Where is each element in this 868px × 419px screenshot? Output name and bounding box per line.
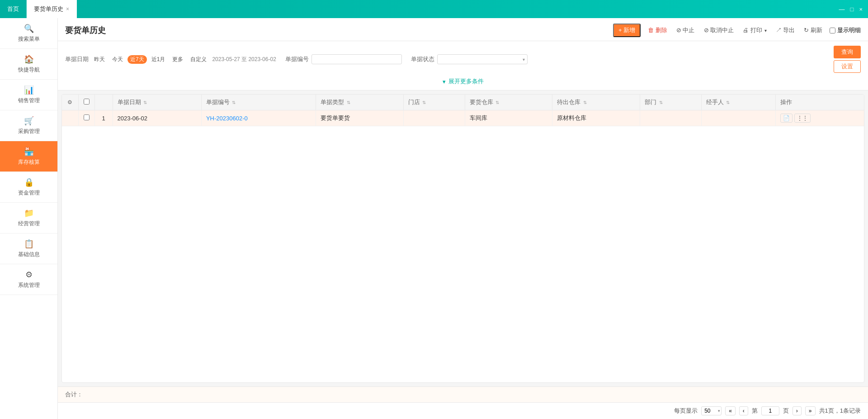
col-req-warehouse[interactable]: 要货仓库 ⇅ (465, 95, 552, 110)
stop-button[interactable]: ⊘ 中止 (675, 25, 697, 35)
col-doc-no[interactable]: 单据编号 ⇅ (201, 95, 316, 110)
sidebar-item-operation[interactable]: 📁 经营管理 (0, 203, 57, 233)
sort-icon-doc-type: ⇅ (347, 100, 350, 105)
close-btn[interactable]: × (859, 6, 863, 13)
sidebar-item-search[interactable]: 🔍 搜索菜单 (0, 18, 57, 49)
sort-icon-doc-no: ⇅ (232, 100, 236, 105)
table-header-row: ⚙ 单据日期 ⇅ 单据编号 ⇅ (62, 95, 864, 110)
next-page-btn[interactable]: › (793, 406, 802, 415)
maximize-btn[interactable]: □ (850, 6, 854, 13)
display-detail-checkbox[interactable]: 显示明细 (830, 26, 861, 34)
date-btn-last7[interactable]: 近7天 (127, 55, 147, 64)
sort-icon-pending-warehouse: ⇅ (583, 100, 587, 105)
per-page-select[interactable]: 20 50 100 (701, 406, 722, 415)
status-label: 单据状态 (411, 55, 434, 63)
date-btn-last-month[interactable]: 近1月 (149, 55, 168, 64)
doc-no-filter: 单据编号 (285, 54, 402, 64)
sidebar-item-base[interactable]: 📋 基础信息 (0, 233, 57, 264)
status-select[interactable] (437, 54, 528, 64)
col-handler[interactable]: 经手人 ⇅ (701, 95, 776, 110)
filter-row: 单据日期 昨天 今天 近7天 近1月 更多 自定义 2023-05-27 至 2… (65, 46, 861, 73)
tab-close-icon[interactable]: × (66, 6, 69, 12)
sidebar-item-inventory[interactable]: 🏪 库存核算 (0, 141, 57, 172)
data-table: ⚙ 单据日期 ⇅ 单据编号 ⇅ (62, 95, 864, 126)
sidebar-item-finance[interactable]: 🔒 资金管理 (0, 172, 57, 203)
display-detail-input[interactable] (830, 28, 835, 33)
toolbar: + 新增 🗑 删除 ⊘ 中止 ⊘ 取消中止 🖨 打印 ↗ 导出 (613, 24, 861, 37)
col-action: 操作 (776, 95, 864, 110)
row-doc-type-cell: 要货单要货 (316, 110, 404, 126)
page-input[interactable] (761, 406, 779, 415)
sort-icon-department: ⇅ (659, 100, 663, 105)
tab-yaohuodan[interactable]: 要货单历史 × (27, 0, 77, 18)
expand-more-btn[interactable]: ▾ 展开更多条件 (443, 77, 484, 86)
col-doc-date[interactable]: 单据日期 ⇅ (113, 95, 201, 110)
row-checkbox[interactable] (84, 114, 90, 120)
cancel-stop-button[interactable]: ⊘ 取消中止 (702, 25, 736, 35)
row-more-button[interactable]: ⋮⋮ (794, 114, 811, 123)
expand-icon: ▾ (443, 78, 446, 85)
row-doc-date-cell: 2023-06-02 (113, 110, 201, 126)
filter-action-buttons: 查询 设置 (834, 46, 861, 73)
col-settings[interactable]: ⚙ (62, 95, 78, 110)
row-req-warehouse-cell: 车间库 (465, 110, 552, 126)
date-btn-more[interactable]: 更多 (170, 55, 186, 64)
col-pending-warehouse[interactable]: 待出仓库 ⇅ (552, 95, 640, 110)
export-button[interactable]: ↗ 导出 (774, 25, 797, 35)
minimize-btn[interactable]: — (839, 6, 845, 13)
page-suffix: 页 (783, 407, 789, 415)
row-doc-no-cell: YH-20230602-0 (201, 110, 316, 126)
row-num-cell: 1 (94, 110, 113, 126)
doc-no-label: 单据编号 (285, 55, 309, 63)
col-doc-type[interactable]: 单据类型 ⇅ (316, 95, 404, 110)
date-filter-label: 单据日期 (65, 55, 89, 63)
query-button[interactable]: 查询 (834, 46, 861, 58)
tab-home[interactable]: 首页 (0, 0, 27, 18)
tab-home-label: 首页 (7, 5, 19, 13)
filter-settings-button[interactable]: 设置 (834, 60, 861, 73)
base-icon: 📋 (24, 239, 34, 249)
sidebar-item-shortcut[interactable]: 🏠 快捷导航 (0, 49, 57, 80)
sidebar: 🔍 搜索菜单 🏠 快捷导航 📊 销售管理 🛒 采购管理 🏪 库存核算 🔒 资金管… (0, 18, 58, 419)
status-filter: 单据状态 ▾ (411, 54, 528, 64)
sidebar-label-base: 基础信息 (18, 251, 40, 258)
sidebar-item-system[interactable]: ⚙ 系统管理 (0, 264, 57, 295)
date-filter: 单据日期 昨天 今天 近7天 近1月 更多 自定义 2023-05-27 至 2… (65, 55, 276, 64)
doc-no-input[interactable] (311, 54, 402, 64)
date-buttons: 昨天 今天 近7天 近1月 更多 自定义 (91, 55, 209, 64)
print-button[interactable]: 🖨 打印 (741, 25, 769, 35)
status-select-wrapper: ▾ (437, 54, 528, 64)
sidebar-label-operation: 经营管理 (18, 220, 40, 228)
sales-icon: 📊 (24, 85, 34, 95)
refresh-button[interactable]: ↻ 刷新 (802, 25, 824, 35)
delete-button[interactable]: 🗑 删除 (646, 25, 669, 35)
sort-icon-req-warehouse: ⇅ (495, 100, 499, 105)
summary-label: 合计： (65, 390, 83, 399)
new-button[interactable]: + 新增 (613, 24, 641, 37)
sort-icon-handler: ⇅ (726, 100, 730, 105)
sidebar-item-sales[interactable]: 📊 销售管理 (0, 80, 57, 110)
row-checkbox-cell (78, 110, 94, 126)
pagination: 每页显示 20 50 100 ▾ « ‹ 第 页 › » 共1页，1条记录 (58, 402, 868, 419)
date-range-display: 2023-05-27 至 2023-06-02 (212, 56, 276, 63)
prev-page-btn[interactable]: ‹ (739, 406, 748, 415)
content: 要货单历史 + 新增 🗑 删除 ⊘ 中止 ⊘ 取消中止 🖨 打印 (58, 18, 868, 419)
col-department[interactable]: 部门 ⇅ (640, 95, 701, 110)
sidebar-label-purchase: 采购管理 (18, 128, 40, 135)
date-btn-custom[interactable]: 自定义 (188, 55, 209, 64)
select-all-checkbox[interactable] (84, 99, 90, 105)
tab-yaohuodan-label: 要货单历史 (34, 5, 63, 13)
sort-icon-doc-date: ⇅ (143, 100, 147, 105)
sidebar-item-purchase[interactable]: 🛒 采购管理 (0, 110, 57, 141)
date-btn-today[interactable]: 今天 (109, 55, 126, 64)
date-btn-yesterday[interactable]: 昨天 (91, 55, 108, 64)
top-bar: 首页 要货单历史 × — □ × (0, 0, 868, 18)
doc-no-link[interactable]: YH-20230602-0 (206, 115, 248, 122)
col-num (94, 95, 113, 110)
row-view-button[interactable]: 📄 (780, 114, 793, 123)
row-settings-cell (62, 110, 78, 126)
col-store[interactable]: 门店 ⇅ (404, 95, 465, 110)
last-page-btn[interactable]: » (805, 406, 816, 415)
first-page-btn[interactable]: « (725, 406, 736, 415)
sidebar-label-search: 搜索菜单 (18, 35, 40, 43)
